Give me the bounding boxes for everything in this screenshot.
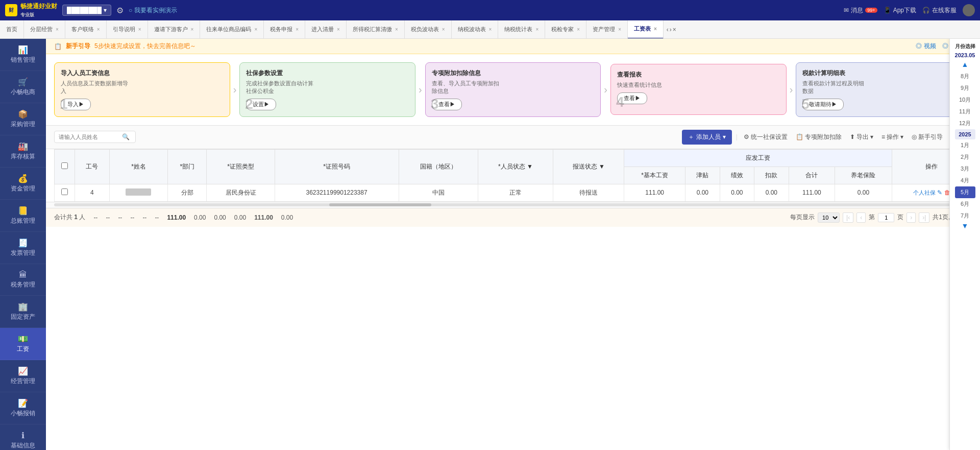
tab-close-icon[interactable]: × bbox=[618, 27, 621, 32]
page-unit: 页 bbox=[897, 213, 903, 222]
tab-tax-count[interactable]: 纳税统计表 × bbox=[498, 20, 545, 39]
send-status-filter-icon[interactable]: ▼ bbox=[599, 163, 605, 170]
sidebar-item-tax[interactable]: 🏛 税务管理 bbox=[0, 264, 46, 296]
sidebar-item-report[interactable]: 📝 小畅报销 bbox=[0, 392, 46, 424]
month-down-icon[interactable]: ▼ bbox=[962, 222, 969, 230]
tab-close-icon[interactable]: × bbox=[97, 27, 100, 32]
month-8[interactable]: 8月 bbox=[955, 70, 975, 82]
sidebar-item-ecommerce[interactable]: 🛒 小畅电商 bbox=[0, 71, 46, 103]
toolbar-new-guide[interactable]: ◎ 新手引导 bbox=[910, 133, 945, 141]
page-size-select[interactable]: 10 20 50 bbox=[818, 212, 840, 223]
toolbar-special-deduction[interactable]: 📋 专项附加扣除 bbox=[794, 133, 844, 141]
message-btn[interactable]: ✉ 消息 99+ bbox=[844, 6, 877, 15]
sidebar-label-fixed-asset: 固定资产 bbox=[3, 313, 43, 321]
scrollbar-track[interactable] bbox=[54, 203, 972, 206]
sidebar-item-finance[interactable]: 💰 资金管理 bbox=[0, 168, 46, 200]
sidebar-item-ledger[interactable]: 📒 总账管理 bbox=[0, 200, 46, 232]
tab-invite[interactable]: 邀请下游客户 × bbox=[148, 20, 201, 39]
page-next-btn[interactable]: › bbox=[906, 212, 916, 223]
month-4[interactable]: 4月 bbox=[955, 175, 975, 186]
tab-close-icon[interactable]: × bbox=[489, 27, 492, 32]
tab-close-icon[interactable]: × bbox=[296, 27, 299, 32]
sidebar-item-sales[interactable]: 📊 销售管理 bbox=[0, 39, 46, 71]
tab-close-icon[interactable]: × bbox=[654, 26, 657, 32]
add-person-btn[interactable]: ＋ 添加人员 ▾ bbox=[682, 130, 732, 145]
toolbar-operations[interactable]: ≡ 操作 ▾ bbox=[879, 133, 905, 141]
tab-customer[interactable]: 客户联络 × bbox=[65, 20, 107, 39]
tab-salary[interactable]: 工资表 × bbox=[628, 20, 664, 39]
edit-icon[interactable]: ✎ bbox=[937, 189, 942, 196]
search-input[interactable] bbox=[59, 134, 120, 140]
page-last-btn[interactable]: ›| bbox=[919, 212, 929, 223]
col-status: *人员状态 ▼ bbox=[478, 149, 553, 184]
sidebar-item-purchase[interactable]: 📦 采购管理 bbox=[0, 103, 46, 135]
demo-btn[interactable]: ○ 我要看实例演示 bbox=[129, 6, 177, 15]
select-all-checkbox[interactable] bbox=[61, 162, 68, 169]
sidebar-item-operation[interactable]: 📈 经营管理 bbox=[0, 360, 46, 392]
company-select[interactable]: ████████ ▾ bbox=[62, 5, 111, 16]
cell-dept: 分部 bbox=[168, 184, 207, 201]
tab-close-icon[interactable]: × bbox=[577, 27, 580, 32]
avatar[interactable] bbox=[963, 4, 975, 16]
tab-tax-stat[interactable]: 纳税波动表 × bbox=[452, 20, 499, 39]
tab-tax-exempt[interactable]: 税负波动表 × bbox=[405, 20, 452, 39]
step-4-number: 4 bbox=[616, 94, 624, 110]
footer-performance-total: 0.00 bbox=[214, 214, 226, 221]
action-social-insurance[interactable]: 个人社保 bbox=[913, 190, 936, 196]
app-download-btn[interactable]: 📱 App下载 bbox=[884, 6, 916, 15]
month-up-icon[interactable]: ▲ bbox=[962, 60, 969, 68]
tab-close-icon[interactable]: × bbox=[191, 27, 194, 32]
settings-icon[interactable]: ⚙ bbox=[113, 6, 127, 15]
month-6[interactable]: 6月 bbox=[955, 198, 975, 210]
month-9[interactable]: 9月 bbox=[955, 82, 975, 94]
tab-guide[interactable]: 引导说明 × bbox=[107, 20, 148, 39]
sidebar-item-salary[interactable]: 💵 工资 bbox=[0, 328, 46, 360]
tab-asset[interactable]: 资产管理 × bbox=[586, 20, 628, 39]
tab-close-icon[interactable]: × bbox=[535, 27, 538, 32]
tab-goods[interactable]: 往来单位商品编码 × bbox=[200, 20, 264, 39]
tab-home[interactable]: 首页 bbox=[0, 20, 24, 39]
page-first-btn[interactable]: |‹ bbox=[843, 212, 853, 223]
tab-tax-calc[interactable]: 所得税汇算清缴 × bbox=[347, 20, 405, 39]
month-12[interactable]: 12月 bbox=[955, 117, 975, 129]
month-11[interactable]: 11月 bbox=[955, 106, 975, 117]
tab-close-all-icon[interactable]: × bbox=[673, 26, 676, 33]
month-3[interactable]: 3月 bbox=[955, 163, 975, 175]
online-service-btn[interactable]: 🎧 在线客服 bbox=[922, 6, 957, 15]
tab-close-icon[interactable]: × bbox=[337, 27, 340, 32]
month-7[interactable]: 7月 bbox=[955, 210, 975, 222]
col-pension: 养老保险 bbox=[835, 167, 892, 184]
row-checkbox[interactable] bbox=[61, 188, 68, 195]
page-prev-btn[interactable]: ‹ bbox=[856, 212, 866, 223]
month-1[interactable]: 1月 bbox=[955, 139, 975, 151]
toolbar-social-settings[interactable]: ⚙ 统一社保设置 bbox=[742, 133, 790, 141]
tab-partition[interactable]: 分层经营 × bbox=[24, 20, 65, 39]
tab-close-icon[interactable]: × bbox=[254, 27, 257, 32]
month-2[interactable]: 2月 bbox=[955, 151, 975, 163]
tab-close-icon[interactable]: × bbox=[395, 27, 398, 32]
month-year-2025[interactable]: 2025 bbox=[955, 129, 975, 139]
tab-tax-report[interactable]: 税务申报 × bbox=[264, 20, 305, 39]
tab-bar: 首页 分层经营 × 客户联络 × 引导说明 × 邀请下游客户 × 往来单位商品编… bbox=[0, 20, 980, 39]
sidebar-item-fixed-asset[interactable]: 🏢 固定资产 bbox=[0, 296, 46, 328]
status-filter-icon[interactable]: ▼ bbox=[527, 163, 533, 170]
scrollbar-thumb[interactable] bbox=[329, 203, 431, 206]
month-10[interactable]: 10月 bbox=[955, 94, 975, 106]
page-input[interactable] bbox=[878, 213, 894, 222]
sidebar-item-inventory[interactable]: 🏭 库存核算 bbox=[0, 135, 46, 168]
tab-prev-arrow[interactable]: ‹ bbox=[667, 26, 669, 33]
tab-next-arrow[interactable]: › bbox=[670, 26, 672, 33]
sidebar-item-invoice[interactable]: 🧾 发票管理 bbox=[0, 232, 46, 264]
month-5[interactable]: 5月 bbox=[955, 186, 975, 198]
tab-tax-expert[interactable]: 税检专家 × bbox=[545, 20, 586, 39]
month-panel-title: 月份选择 bbox=[955, 43, 975, 50]
video-link[interactable]: ◎ 视频 bbox=[916, 42, 936, 51]
toolbar-export[interactable]: ⬆ 导出 ▾ bbox=[848, 133, 875, 141]
tab-close-icon[interactable]: × bbox=[138, 27, 141, 32]
col-deduction: 扣款 bbox=[754, 167, 789, 184]
tab-close-icon[interactable]: × bbox=[56, 27, 59, 32]
search-icon[interactable]: 🔍 bbox=[122, 133, 130, 140]
tab-close-icon[interactable]: × bbox=[442, 27, 445, 32]
tab-clearbook[interactable]: 进入清册 × bbox=[305, 20, 347, 39]
sidebar-item-basic[interactable]: ℹ 基础信息 bbox=[0, 424, 46, 450]
